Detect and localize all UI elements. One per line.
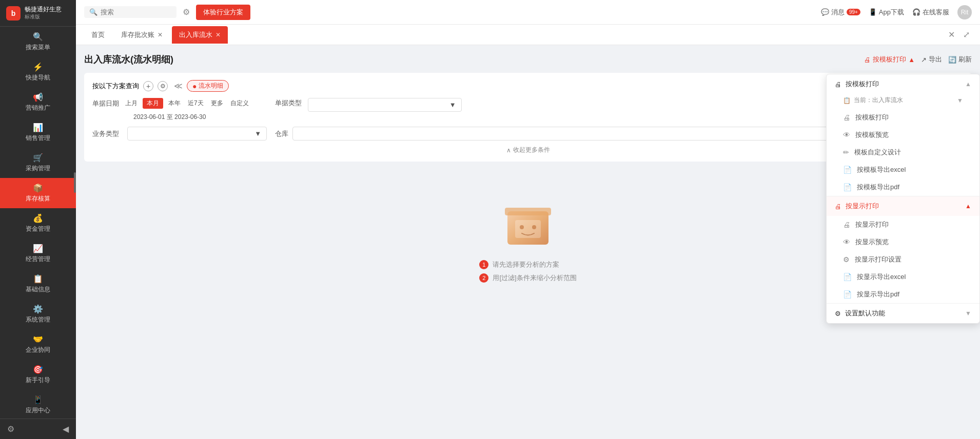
sidebar-shortcut-icon: ⚡ (33, 62, 43, 72)
template-pdf-item-icon: 📄 (843, 183, 852, 191)
sidebar-item-basic[interactable]: 📋 基础信息 (0, 269, 76, 299)
dropdown-template-preview[interactable]: 👁 按模板预览 (827, 126, 979, 144)
sidebar-fold-icon[interactable]: ◀ (63, 424, 69, 434)
dropdown-display-pdf[interactable]: 📄 按显示导出pdf (827, 286, 979, 303)
sidebar-operations-icon: 📈 (33, 244, 43, 253)
current-template-icon: 📋 (843, 97, 851, 104)
date-opt-thisyear[interactable]: 本年 (166, 98, 183, 109)
sidebar-sales-label: 销售管理 (26, 134, 50, 143)
app-download-button[interactable]: 📱 App下载 (869, 8, 904, 17)
dropdown-template-print[interactable]: 🖨 按模板打印 (827, 109, 979, 126)
dropdown-display-settings[interactable]: ⚙ 按显示打印设置 (827, 251, 979, 268)
sidebar-inventory-label: 库存核算 (26, 194, 50, 203)
tab-batch[interactable]: 库存批次账 ✕ (114, 26, 170, 44)
template-preview-item-label: 按模板预览 (855, 130, 889, 139)
template-print-section-header[interactable]: 🖨 按模板打印 ▲ (827, 74, 979, 94)
dropdown-template-excel[interactable]: 📄 按模板导出excel (827, 161, 979, 178)
sidebar-item-sales[interactable]: 📊 销售管理 (0, 117, 76, 148)
sidebar-basic-icon: 📋 (33, 274, 43, 284)
sidebar-item-shortcut[interactable]: ⚡ 快捷导航 (0, 57, 76, 87)
tab-batch-label: 库存批次账 (121, 30, 154, 39)
online-service-button[interactable]: 🎧 在线客服 (912, 8, 949, 17)
print-chevron-icon: ▲ (908, 56, 915, 64)
online-service-label: 在线客服 (923, 8, 949, 17)
date-opt-more[interactable]: 更多 (209, 98, 225, 109)
date-opt-7days[interactable]: 近7天 (186, 98, 206, 109)
sidebar-item-search[interactable]: 🔍 搜索菜单 (0, 27, 76, 57)
current-template-chevron: ▼ (957, 97, 963, 104)
template-pdf-item-label: 按模板导出pdf (857, 183, 899, 192)
warehouse-label: 仓库 (275, 129, 288, 138)
dropdown-display-preview[interactable]: 👁 按显示预览 (827, 233, 979, 251)
print-template-button[interactable]: 🖨 按模板打印 ▲ (864, 55, 915, 64)
sidebar-item-guide[interactable]: 🎯 新手引导 (0, 360, 76, 390)
collapse-up-icon: ∧ (506, 147, 511, 154)
tab-home[interactable]: 首页 (84, 26, 112, 44)
sidebar-item-system[interactable]: ⚙️ 系统管理 (0, 299, 76, 329)
sidebar-item-marketing[interactable]: 📢 营销推广 (0, 87, 76, 117)
message-button[interactable]: 💬 消息 99+ (821, 8, 860, 17)
sidebar-item-appstore[interactable]: 📱 应用中心 (0, 390, 76, 418)
biz-type-select[interactable]: ▼ (127, 127, 267, 141)
date-opt-thismonth[interactable]: 本月 (143, 98, 163, 109)
filter-tag-flow[interactable]: ● 流水明细 (187, 80, 229, 92)
app-name: 畅捷通好生意 (25, 6, 62, 14)
display-print-section-header[interactable]: 🖨 按显示打印 ▲ (827, 196, 979, 216)
message-badge: 99+ (847, 9, 860, 15)
filter-header-label: 按以下方案查询 (92, 82, 139, 91)
tab-flow-close[interactable]: ✕ (215, 31, 221, 38)
sidebar-gear-icon[interactable]: ⚙ (7, 424, 14, 434)
tabs-bar: 首页 库存批次账 ✕ 出入库流水 ✕ ✕ ⤢ (76, 25, 980, 45)
voucher-type-select[interactable]: ▼ (308, 98, 462, 112)
dropdown-display-print[interactable]: 🖨 按显示打印 (827, 216, 979, 233)
sidebar-item-operations[interactable]: 📈 经营管理 (0, 238, 76, 269)
sidebar-guide-label: 新手引导 (26, 376, 50, 385)
display-settings-item-icon: ⚙ (843, 255, 850, 264)
sidebar-corp-label: 企业协同 (26, 346, 50, 354)
sidebar-item-inventory[interactable]: 📦 库存核算 (0, 178, 76, 208)
topbar-gear-icon[interactable]: ⚙ (183, 7, 190, 17)
tab-close-all-icon[interactable]: ✕ (946, 28, 957, 42)
filter-add-button[interactable]: + (143, 81, 153, 91)
sidebar-item-purchase[interactable]: 🛒 采购管理 (0, 148, 76, 178)
user-avatar[interactable]: Rit (957, 5, 972, 19)
refresh-button[interactable]: 🔄 刷新 (948, 55, 972, 64)
tab-batch-close[interactable]: ✕ (158, 31, 163, 38)
svg-point-3 (520, 225, 524, 229)
tab-flow[interactable]: 出入库流水 ✕ (172, 26, 228, 44)
sidebar-appstore-icon: 📱 (33, 395, 43, 405)
tab-home-label: 首页 (91, 30, 105, 39)
default-func-icon: ⚙ (835, 310, 841, 317)
display-print-header-label: 按显示打印 (846, 202, 879, 211)
sidebar-item-corp[interactable]: 🤝 企业协同 (0, 329, 76, 360)
dropdown-template-pdf[interactable]: 📄 按模板导出pdf (827, 178, 979, 196)
default-section-header[interactable]: ⚙ 设置默认功能 ▼ (827, 304, 979, 323)
trial-button[interactable]: 体验行业方案 (196, 5, 250, 20)
topbar-search-box[interactable]: 🔍 (84, 6, 177, 18)
search-icon: 🔍 (89, 8, 97, 16)
sidebar-marketing-icon: 📢 (33, 92, 43, 102)
topbar: 🔍 ⚙ 体验行业方案 💬 消息 99+ 📱 App下载 🎧 在线客服 Rit (76, 0, 980, 25)
sidebar-marketing-label: 营销推广 (26, 104, 50, 112)
filter-settings-button[interactable]: ⚙ (158, 81, 168, 91)
message-label: 消息 (831, 8, 845, 17)
dropdown-template-custom[interactable]: ✏ 模板自定义设计 (827, 144, 979, 161)
date-opt-custom[interactable]: 自定义 (228, 98, 251, 109)
tab-expand-icon[interactable]: ⤢ (961, 28, 972, 42)
template-print-item-label: 按模板打印 (855, 113, 889, 122)
export-icon: ↗ (921, 56, 927, 64)
current-template-row: 📋 当前：出入库流水 ▼ (827, 94, 979, 109)
filter-collapse-icon[interactable]: ≪ (174, 81, 183, 91)
collapse-button[interactable]: ∧ 收起更多条件 (506, 146, 550, 154)
sidebar-search-label: 搜索菜单 (26, 43, 50, 52)
sidebar-item-finance[interactable]: 💰 资金管理 (0, 208, 76, 238)
dropdown-display-excel[interactable]: 📄 按显示导出excel (827, 268, 979, 286)
export-button[interactable]: ↗ 导出 (921, 55, 942, 64)
voucher-type-chevron: ▼ (449, 101, 456, 109)
date-opt-lastmonth[interactable]: 上月 (123, 98, 140, 109)
app-version: 标准版 (25, 13, 62, 21)
empty-svg-illustration (497, 198, 559, 250)
step-1-text: 请先选择要分析的方案 (493, 260, 559, 269)
search-input[interactable] (101, 8, 162, 16)
app-name-block: 畅捷通好生意 标准版 (25, 6, 62, 21)
